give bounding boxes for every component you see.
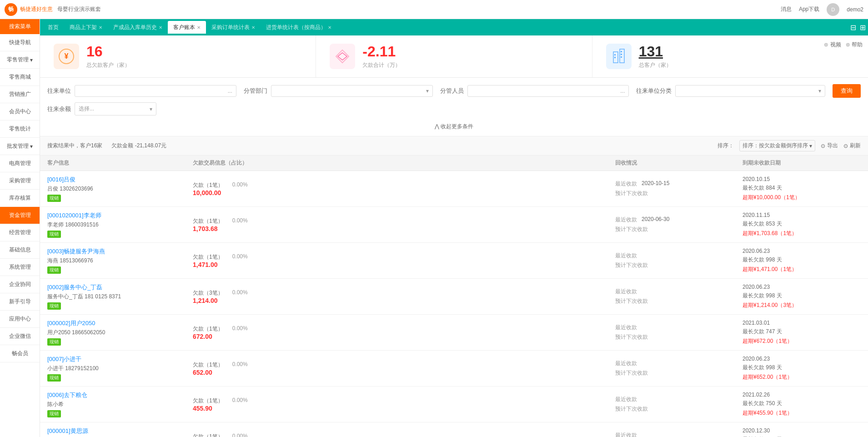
refresh-icon: ⊙ (843, 143, 848, 149)
debt-info-7: 欠款（1笔） 429.00 0.00% (193, 433, 615, 437)
customer-info-0: [0016]吕俊 吕俊 13026203696 现销 (47, 176, 193, 202)
logo-text: 畅捷通好生意 (20, 5, 53, 13)
collapse-tabs-icon[interactable]: ⊟ (850, 23, 856, 32)
filter-row-1: 往来单位 ... 分管部门 ▾ (47, 84, 861, 98)
avatar[interactable]: D (827, 3, 839, 16)
overdue-info-0: 2020.10.15 最长欠款 884 天 超期¥10,000.00（1笔） (743, 176, 861, 201)
debt-amount-1[interactable]: 1,703.68 (193, 225, 223, 232)
customer-name-3[interactable]: [0002]服务中心_丁磊 (47, 283, 193, 291)
sort-select[interactable]: 排序：按欠款金额倒序排序 ▾ (739, 140, 815, 151)
sidebar-item-purchase-mgmt[interactable]: 采购管理 (0, 172, 40, 190)
repayment-last-6: 最近收款 (615, 396, 743, 403)
close-tab-incoming-stats[interactable]: ✕ (328, 25, 331, 30)
collapse-filters-btn[interactable]: ⋀ 收起更多条件 (47, 120, 861, 133)
sidebar-item-ecommerce[interactable]: 电商管理 (0, 155, 40, 172)
filter-unit-category: 往来单位分类 ▾ (636, 85, 825, 97)
video-action[interactable]: ⊙ 视频 (824, 41, 841, 49)
filter-row-2: 往来余额 选择... ▾ (47, 102, 861, 116)
filter-manager-input[interactable]: ... (467, 85, 629, 97)
customer-name-0[interactable]: [0016]吕俊 (47, 176, 193, 184)
debt-percent-5: 0.00% (232, 361, 248, 367)
sidebar-item-finance[interactable]: 资金管理 (0, 207, 40, 224)
customer-name-1[interactable]: [0001020001]李老师 (47, 211, 193, 220)
repayment-info-2: 最近收款 预计下次收款 (615, 252, 743, 269)
debt-amount-6[interactable]: 455.90 (193, 405, 223, 412)
tab-purchase-order[interactable]: 采购订单统计表 ✕ (206, 21, 261, 34)
export-btn[interactable]: ⊙ 导出 (821, 142, 838, 150)
sidebar-item-vip-member[interactable]: 畅会员 (0, 345, 40, 362)
sidebar-item-enterprise-wechat[interactable]: 企业微信 (0, 328, 40, 345)
debt-count-4: 欠款（1笔） (193, 325, 223, 333)
overdue-detail-5[interactable]: 超期¥652.00（1笔） (743, 373, 861, 381)
svg-rect-6 (614, 54, 616, 55)
overdue-detail-4[interactable]: 超期¥672.00（1笔） (743, 337, 861, 345)
customer-info-7: [000001]黄思源 黄思源 13552700226 现销 (47, 427, 193, 437)
store-name: 母婴行业演示账套 (57, 5, 781, 13)
sidebar-search[interactable]: 搜索菜单 (0, 19, 40, 34)
tab-home[interactable]: 首页 (42, 21, 64, 34)
help-action[interactable]: ⊙ 帮助 (846, 41, 863, 49)
sidebar-item-retail-mgmt[interactable]: 零售管理 ▾ (0, 51, 40, 69)
sidebar-item-batch-mgmt[interactable]: 批发管理 ▾ (0, 138, 40, 155)
customer-contact-5: 小进干 18279152100 (47, 365, 193, 372)
customer-name-5[interactable]: [0007]小进干 (47, 355, 193, 363)
tab-customer-account[interactable]: 客户账本 ✕ (168, 21, 206, 34)
close-tab-products[interactable]: ✕ (99, 25, 102, 30)
sidebar-item-ops-mgmt[interactable]: 经营管理 (0, 224, 40, 241)
data-table: 客户信息 欠款交易信息（占比） 回收情况 到期未收款日期 [0016]吕俊 吕俊… (40, 156, 868, 437)
tab-production[interactable]: 产成品入库单历史 ✕ (108, 21, 168, 34)
sidebar-item-quick-nav[interactable]: 快捷导航 (0, 34, 40, 51)
debt-count-2: 欠款（1笔） (193, 253, 223, 261)
sidebar-item-enterprise-coop[interactable]: 企业协同 (0, 276, 40, 293)
customer-name-6[interactable]: [0006]去下粮仓 (47, 391, 193, 399)
overdue-detail-6[interactable]: 超期¥455.90（1笔） (743, 409, 861, 417)
col-header-overdue: 到期未收款日期 (743, 159, 861, 167)
debt-detail-6: 欠款（1笔） 455.90 (193, 397, 223, 412)
sidebar-item-marketing[interactable]: 营销推广 (0, 86, 40, 103)
results-summary: 搜索结果中，客户16家 欠款金额 -21,148.07元 (47, 142, 166, 150)
debt-amount-0[interactable]: 10,000.00 (193, 189, 223, 196)
overdue-detail-1[interactable]: 超期¥1,703.68（1笔） (743, 230, 861, 237)
debt-detail-0: 欠款（1笔） 10,000.00 (193, 181, 223, 196)
overdue-info-4: 2021.03.01 最长欠款 747 天 超期¥672.00（1笔） (743, 320, 861, 345)
overdue-info-5: 2020.06.23 最长欠款 998 天 超期¥652.00（1笔） (743, 356, 861, 381)
overdue-detail-0[interactable]: 超期¥10,000.00（1笔） (743, 194, 861, 201)
sidebar-item-app-center[interactable]: 应用中心 (0, 311, 40, 328)
close-tab-purchase-order[interactable]: ✕ (251, 25, 255, 30)
close-tab-customer-account[interactable]: ✕ (197, 25, 201, 30)
sidebar-item-retail-stats[interactable]: 零售统计 (0, 121, 40, 138)
filter-balance-label: 往来余额 (47, 105, 71, 113)
sidebar-item-member-center[interactable]: 会员中心 (0, 103, 40, 121)
debt-amount-2[interactable]: 1,471.00 (193, 261, 223, 268)
refresh-btn[interactable]: ⊙ 刷新 (843, 142, 861, 150)
debt-detail-4: 欠款（1笔） 672.00 (193, 325, 223, 340)
customer-tag-1: 现销 (47, 231, 61, 238)
customer-name-7[interactable]: [000001]黄思源 (47, 427, 193, 435)
debt-amount-5[interactable]: 652.00 (193, 369, 223, 376)
sidebar-item-sys-mgmt[interactable]: 系统管理 (0, 259, 40, 276)
overdue-detail-2[interactable]: 超期¥1,471.00（1笔） (743, 266, 861, 273)
sidebar-item-inventory[interactable]: 库存核算 (0, 190, 40, 207)
sidebar-item-basic-info[interactable]: 基础信息 (0, 241, 40, 259)
search-button[interactable]: 查询 (833, 84, 861, 98)
filter-department-input[interactable]: ▾ (271, 85, 433, 97)
filter-balance-input[interactable]: 选择... ▾ (75, 102, 156, 116)
app-download-btn[interactable]: App下载 (799, 5, 819, 13)
stats-row: ¥ 16 总欠款客户（家） (40, 35, 868, 78)
customer-name-4[interactable]: [000002]用户2050 (47, 319, 193, 327)
overdue-date-3: 2020.06.23 (743, 284, 861, 290)
debt-amount-4[interactable]: 672.00 (193, 333, 223, 340)
messages-btn[interactable]: 消息 (781, 5, 792, 13)
overdue-detail-3[interactable]: 超期¥1,214.00（3笔） (743, 301, 861, 309)
expand-tabs-icon[interactable]: ⊞ (860, 23, 866, 32)
sidebar-item-retail-mall[interactable]: 零售商城 (0, 69, 40, 86)
customer-contact-1: 李老师 18600391516 (47, 221, 193, 229)
sidebar-item-new-guide[interactable]: 新手引导 (0, 293, 40, 311)
customer-name-2[interactable]: [0003]畅捷服务尹海燕 (47, 247, 193, 256)
filter-unit-category-input[interactable]: ▾ (675, 85, 825, 97)
filter-source-unit-input[interactable]: ... (75, 85, 236, 97)
debt-amount-3[interactable]: 1,214.00 (193, 297, 223, 304)
tab-incoming-stats[interactable]: 进货单统计表（按商品） ✕ (261, 21, 337, 34)
tab-products[interactable]: 商品上下架 ✕ (64, 21, 108, 34)
close-tab-production[interactable]: ✕ (159, 25, 162, 30)
